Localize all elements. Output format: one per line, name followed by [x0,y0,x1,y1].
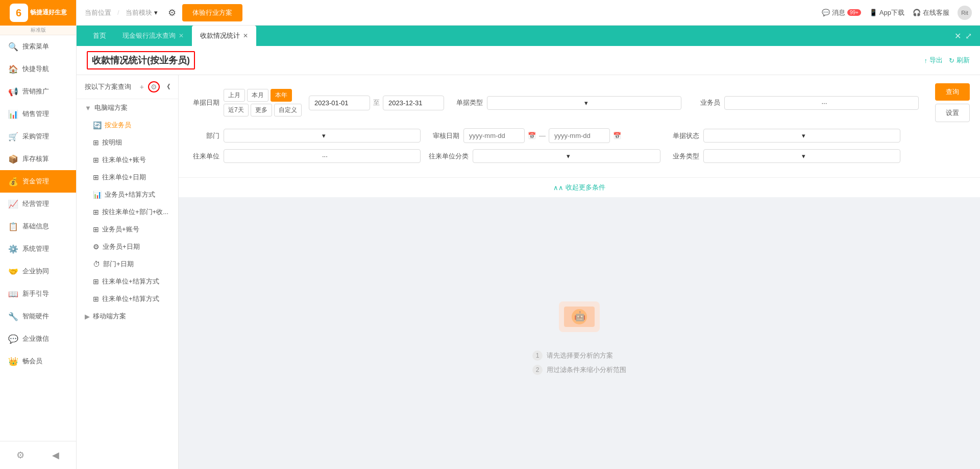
date-btn-more[interactable]: 更多 [251,104,272,116]
tab-home[interactable]: 首页 [85,26,114,46]
biz-type-select[interactable]: ▾ [703,149,900,163]
sidebar-nav: 🔍 搜索菜单 🏠 快捷导航 📢 营销推广 📊 销售管理 🛒 采购管理 📦 [0,35,76,441]
sidebar-logo: 6 畅捷通好生意 [0,0,76,26]
message-item[interactable]: 💬 消息 99+ [822,8,861,17]
logo-icon: 6 [10,4,28,22]
salesperson-select[interactable]: ··· [724,96,919,110]
partner-select[interactable]: ··· [224,149,421,163]
salesperson-label: 业务员 [690,98,720,107]
tab-expand-icon[interactable]: ⤢ [965,31,972,41]
scheme-item-partner-date[interactable]: ⊞ 往来单位+日期 [77,169,178,186]
system-icon: ⚙️ [8,244,18,254]
inventory-icon: 📦 [8,154,18,164]
refresh-button[interactable]: ↻ 刷新 [949,56,970,65]
date-btn-this-month[interactable]: 本月 [247,89,268,102]
partner-category-field: 往来单位分类 ▾ [429,149,660,163]
sidebar-item-basic-info[interactable]: 📋 基础信息 [0,215,76,238]
scheme-settings-icon[interactable]: ⚙ [148,81,160,92]
scheme-item-salesperson-settlement[interactable]: 📊 业务员+结算方式 [77,186,178,203]
scheme-item-salesperson-date[interactable]: ⚙ 业务员+日期 [77,238,178,255]
dept-select[interactable]: ▾ [224,129,421,143]
tab-close-all-icon[interactable]: ✕ [954,31,961,41]
tab-collection-close[interactable]: ✕ [243,32,248,39]
partner-category-select[interactable]: ▾ [473,149,660,163]
sidebar-item-purchase[interactable]: 🛒 采购管理 [0,125,76,148]
gear-icon[interactable]: ⚙ [168,7,176,18]
salesperson-icon: 🔄 [93,121,102,129]
add-scheme-icon[interactable]: + [140,83,144,91]
partner-settlement2-icon: ⊞ [93,295,99,303]
scheme-item-partner-settlement1[interactable]: ⊞ 往来单位+结算方式 [77,273,178,290]
partner-dept-icon: ⊞ [93,208,99,216]
home-icon: 🏠 [8,64,18,74]
tab-bank-flow[interactable]: 现金银行流水查询 ✕ [114,26,192,46]
sidebar-item-quick-nav[interactable]: 🏠 快捷导航 [0,58,76,80]
doc-type-select[interactable]: ▾ [487,96,681,110]
sidebar-item-enterprise[interactable]: 🤝 企业协同 [0,260,76,283]
doc-status-label: 单据状态 [669,131,699,140]
date-btn-this-year[interactable]: 本年 [271,89,292,102]
date-btn-7days[interactable]: 近7天 [224,104,249,116]
audit-date-field: 审核日期 📅 — 📅 [429,128,660,143]
phone-icon: 📱 [869,9,877,16]
sidebar-item-marketing[interactable]: 📢 营销推广 [0,80,76,103]
sidebar-item-inventory[interactable]: 📦 库存核算 [0,148,76,170]
filter-row-1: 单据日期 上月 本月 本年 近7天 更多 自定义 [189,83,970,122]
app-download-item[interactable]: 📱 App下载 [869,8,904,17]
doc-status-field: 单据状态 ▾ [669,129,900,143]
scheme-item-dept-date[interactable]: ⏱ 部门+日期 [77,255,178,273]
sidebar-item-finance[interactable]: 💰 资金管理 [0,170,76,193]
query-button[interactable]: 查询 [935,83,970,101]
header-dropdown[interactable]: 当前模块 ▾ [126,8,158,17]
settings-button[interactable]: 设置 [935,104,970,122]
scheme-group-mobile-header[interactable]: ▶ 移动端方案 [77,308,178,325]
sidebar-item-search-menu[interactable]: 🔍 搜索菜单 [0,35,76,58]
trial-btn[interactable]: 体验行业方案 [182,4,242,21]
collapse-button[interactable]: ∧∧ 收起更多条件 [553,183,605,192]
date-btn-last-month[interactable]: 上月 [224,89,245,102]
sidebar-item-member[interactable]: 👑 畅会员 [0,350,76,372]
scheme-item-partner-account[interactable]: ⊞ 往来单位+账号 [77,151,178,169]
mobile-arrow-icon: ▶ [85,313,90,320]
empty-tips: 1 请先选择要分析的方案 2 用过滤条件来缩小分析范围 [532,350,626,375]
partner-date-icon: ⊞ [93,173,99,181]
date-from-input[interactable] [309,96,370,110]
sidebar-item-smart-hw[interactable]: 🔧 智能硬件 [0,305,76,327]
date-range: 至 [309,96,444,110]
marketing-icon: 📢 [8,86,18,97]
sidebar-item-guide[interactable]: 📖 新手引导 [0,283,76,305]
doc-status-select[interactable]: ▾ [703,129,900,143]
export-button[interactable]: ↑ 导出 [924,56,943,65]
audit-date-from-input[interactable] [463,128,525,143]
audit-date-to-input[interactable] [549,128,610,143]
sidebar-item-sales[interactable]: 📊 销售管理 [0,103,76,125]
scheme-item-salesperson-account[interactable]: ⊞ 业务员+账号 [77,221,178,238]
doc-type-chevron-icon: ▾ [584,99,676,107]
logo-text: 畅捷通好生意 [30,9,67,17]
tab-collection[interactable]: 收款情况统计 ✕ [192,26,256,46]
audit-date-from-icon[interactable]: 📅 [528,132,536,139]
sidebar-item-wechat[interactable]: 💬 企业微信 [0,327,76,350]
biz-type-field: 业务类型 ▾ [669,149,900,163]
scheme-item-partner-settlement2[interactable]: ⊞ 往来单位+结算方式 [77,290,178,308]
audit-date-to-icon[interactable]: 📅 [613,132,621,139]
sidebar-item-operations[interactable]: 📈 经营管理 [0,193,76,215]
sidebar: 6 畅捷通好生意 标准版 🔍 搜索菜单 🏠 快捷导航 📢 营销推广 📊 销售管理 [0,0,77,469]
sidebar-item-system[interactable]: ⚙️ 系统管理 [0,238,76,260]
scheme-item-by-salesperson[interactable]: 🔄 按业务员 [77,116,178,134]
sidebar-bottom: ⚙ ◀ [0,441,76,469]
sidebar-collapse-button[interactable]: ◀ [40,447,71,464]
scheme-group-desktop-header[interactable]: ▼ 电脑端方案 [77,99,178,116]
enterprise-icon: 🤝 [8,266,18,276]
panel-collapse-icon[interactable]: 《 [164,83,170,91]
sidebar-settings-button[interactable]: ⚙ [5,447,36,464]
date-btn-custom[interactable]: 自定义 [274,104,302,116]
salesperson-more-icon: ··· [822,99,914,107]
tab-bank-flow-close[interactable]: ✕ [179,32,184,39]
scheme-item-partner-dept[interactable]: ⊞ 按往来单位+部门+收... [77,203,178,221]
user-avatar[interactable]: Rit [958,6,972,20]
date-to-input[interactable] [383,96,444,110]
online-service-item[interactable]: 🎧 在线客服 [913,8,949,17]
scheme-item-by-detail[interactable]: ⊞ 按明细 [77,134,178,151]
filter-form: 单据日期 上月 本月 本年 近7天 更多 自定义 [179,75,980,177]
